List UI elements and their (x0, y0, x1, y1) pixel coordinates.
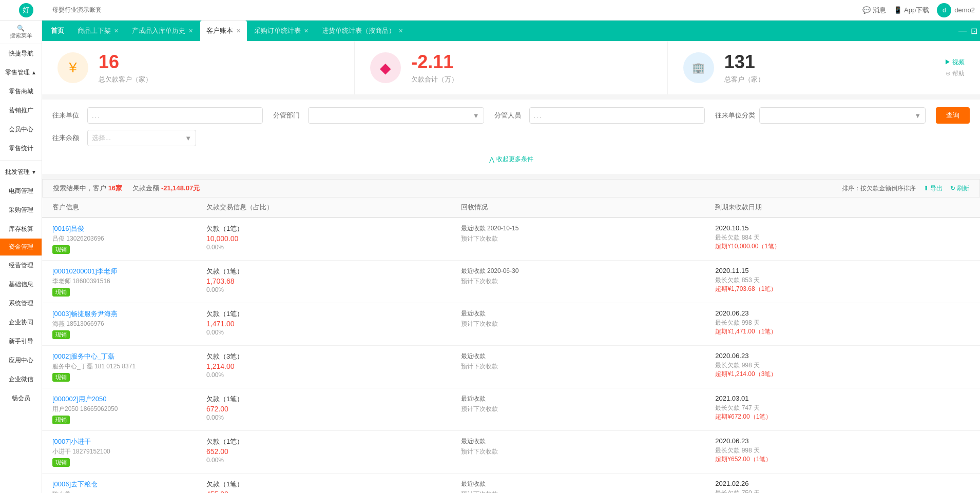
tab-close-purchase-stat[interactable]: ✕ (398, 28, 403, 34)
debt-total-label: 欠款合计（万） (411, 75, 458, 84)
unit-type-select[interactable]: ▼ (759, 107, 926, 124)
table-row: [000002]用户2050 用户2050 18665062050 现销 欠款（… (42, 388, 980, 431)
customer-name-6[interactable]: [0006]去下粮仓 (52, 480, 206, 489)
tab-purchase-order[interactable]: 采购订单统计表 ✕ (248, 21, 315, 41)
sidebar-item-enterprise-coop[interactable]: 企业协同 (0, 313, 42, 332)
sidebar-item-marketing[interactable]: 营销推广 (0, 101, 42, 120)
debt-amount-6: 455.90 (206, 490, 461, 493)
customer-name-0[interactable]: [0016]吕俊 (52, 224, 206, 233)
sidebar-item-purchase-mgmt[interactable]: 采购管理 (0, 201, 42, 220)
cell-customer-0: [0016]吕俊 吕俊 13026203696 现销 (52, 224, 206, 254)
tab-home[interactable]: 首页 (45, 21, 70, 41)
filter-row-1: 往来单位 ... 分管部门 ▼ 分管人员 (52, 107, 970, 124)
sidebar-item-member-plus[interactable]: 畅会员 (0, 389, 42, 408)
sidebar-item-retail-mgmt[interactable]: 零售管理▲ (0, 63, 42, 82)
next-collection-0: 预计下次收款 (461, 234, 716, 243)
customer-tag-3: 现销 (52, 373, 70, 382)
tab-product-onoff[interactable]: 商品上下架 ✕ (71, 21, 125, 41)
col-header-debt: 欠款交易信息（占比） (206, 203, 461, 212)
debt-percent-0: 0.00% (206, 244, 461, 251)
cell-customer-3: [0002]服务中心_丁磊 服务中心_丁磊 181 0125 8371 现销 (52, 352, 206, 382)
sort-label[interactable]: 排序：按欠款金额倒序排序 (842, 184, 916, 193)
debt-amount-5: 652.00 (206, 447, 461, 456)
tab-close-customer-account[interactable]: ✕ (236, 28, 241, 34)
source-unit-label: 往来单位 (52, 111, 83, 120)
stat-card-debt-customers: ¥ 16 总欠款客户（家） (42, 41, 355, 94)
tab-customer-account[interactable]: 客户账本 ✕ (200, 21, 247, 41)
customer-name-5[interactable]: [0007]小进干 (52, 437, 206, 446)
cell-customer-4: [000002]用户2050 用户2050 18665062050 现销 (52, 395, 206, 424)
refresh-btn[interactable]: ↻ 刷新 (950, 184, 969, 193)
sidebar-item-system-mgmt[interactable]: 系统管理 (0, 294, 42, 313)
next-collection-5: 预计下次收款 (461, 447, 716, 456)
dept-select[interactable]: ▼ (308, 107, 484, 124)
user-avatar[interactable]: d demo2 (937, 3, 975, 17)
overdue-link-4[interactable]: 超期¥672.00（1笔） (715, 412, 970, 421)
overdue-days-6: 最长欠款 750 天 (715, 489, 970, 493)
tab-product-history[interactable]: 产成品入库单历史 ✕ (126, 21, 199, 41)
balance-select[interactable]: 选择... ▼ (87, 130, 196, 146)
sidebar-item-batch-mgmt[interactable]: 批发管理▼ (0, 163, 42, 182)
sidebar-item-ecommerce[interactable]: 电商管理 (0, 182, 42, 201)
debt-total-icon: ◆ (370, 52, 401, 83)
debt-amount-0: 10,000.00 (206, 234, 461, 243)
tab-close-product-onoff[interactable]: ✕ (114, 28, 119, 34)
app-download-btn[interactable]: 📱 App下载 (894, 6, 929, 15)
overdue-link-1[interactable]: 超期¥1,703.68（1笔） (715, 285, 970, 293)
overdue-date-3: 2020.06.23 (715, 352, 970, 360)
table-row: [0006]去下粮仓 陈小希 现销 欠款（1笔） 455.90 0.00% 最近… (42, 474, 980, 493)
manager-input[interactable]: ... (529, 107, 705, 124)
overdue-link-2[interactable]: 超期¥1,471.00（1笔） (715, 327, 970, 336)
dept-label: 分管部门 (273, 111, 304, 120)
debt-percent-3: 0.00% (206, 371, 461, 379)
overdue-link-0[interactable]: 超期¥10,000.00（1笔） (715, 242, 970, 251)
tab-close-purchase-order[interactable]: ✕ (304, 28, 309, 34)
export-icon: ⬆ (924, 185, 929, 192)
sidebar-item-retail-stat[interactable]: 零售统计 (0, 139, 42, 158)
export-btn[interactable]: ⬆ 导出 (924, 184, 943, 193)
customer-name-1[interactable]: [00010200001]李老师 (52, 267, 206, 276)
table-row: [0007]小进干 小进干 18279152100 现销 欠款（1笔） 652.… (42, 431, 980, 474)
tab-purchase-stat[interactable]: 进货单统计表（按商品） ✕ (316, 21, 409, 41)
overdue-link-5[interactable]: 超期¥652.00（1笔） (715, 455, 970, 464)
cell-collection-5: 最近收款 预计下次收款 (461, 437, 716, 456)
tab-minimize-btn[interactable]: — (958, 26, 967, 36)
cell-debt-1: 欠款（1笔） 1,703.68 0.00% (206, 267, 461, 293)
overdue-link-3[interactable]: 超期¥1,214.00（3笔） (715, 370, 970, 379)
latest-collection-3: 最近收款 (461, 352, 716, 361)
sidebar-item-capital-mgmt[interactable]: 资金管理 (0, 239, 42, 256)
overdue-date-1: 2020.11.15 (715, 267, 970, 274)
cell-collection-1: 最近收款 2020-06-30 预计下次收款 (461, 267, 716, 286)
sidebar-item-basic-info[interactable]: 基础信息 (0, 275, 42, 294)
customer-phone-5: 小进干 18279152100 (52, 447, 206, 456)
search-menu[interactable]: 🔍 搜索菜单 (0, 21, 42, 44)
stat-debt-total-info: -2.11 欠款合计（万） (411, 51, 458, 84)
sidebar-item-new-guide[interactable]: 新手引导 (0, 332, 42, 351)
customer-name-3[interactable]: [0002]服务中心_丁磊 (52, 352, 206, 361)
sidebar-item-quick-nav[interactable]: 快捷导航 (0, 44, 42, 63)
customer-name-2[interactable]: [0003]畅捷服务尹海燕 (52, 309, 206, 319)
collapse-btn[interactable]: ⋀ 收起更多条件 (52, 155, 970, 164)
help-btn[interactable]: ⊙ 帮助 (946, 69, 965, 78)
debt-customers-value: 16 (99, 51, 152, 73)
sidebar-item-app-center[interactable]: 应用中心 (0, 351, 42, 370)
customer-name-4[interactable]: [000002]用户2050 (52, 395, 206, 404)
sidebar-item-retail-mall[interactable]: 零售商城 (0, 82, 42, 101)
sidebar-item-member[interactable]: 会员中心 (0, 120, 42, 139)
sidebar-item-operation-mgmt[interactable]: 经营管理 (0, 256, 42, 275)
tab-close-product-history[interactable]: ✕ (188, 28, 193, 34)
query-button[interactable]: 查询 (936, 107, 970, 124)
sidebar-item-enterprise-wechat[interactable]: 企业微信 (0, 370, 42, 389)
customer-tag-5: 现销 (52, 458, 70, 467)
sidebar-item-inventory[interactable]: 库存核算 (0, 220, 42, 239)
source-unit-dots: ... (92, 112, 101, 120)
collapse-icon: ⋀ (489, 156, 494, 163)
view-video-btn[interactable]: ▶ 视频 (945, 58, 965, 67)
overdue-date-0: 2020.10.15 (715, 224, 970, 232)
tab-expand-btn[interactable]: ⊡ (971, 26, 977, 36)
cell-debt-5: 欠款（1笔） 652.00 0.00% (206, 437, 461, 464)
cell-overdue-3: 2020.06.23 最长欠款 998 天 超期¥1,214.00（3笔） (715, 352, 970, 379)
source-unit-input[interactable]: ... (87, 107, 263, 124)
store-name[interactable]: 母婴行业演示账套 (52, 6, 102, 14)
message-btn[interactable]: 💬 消息 (862, 6, 886, 15)
